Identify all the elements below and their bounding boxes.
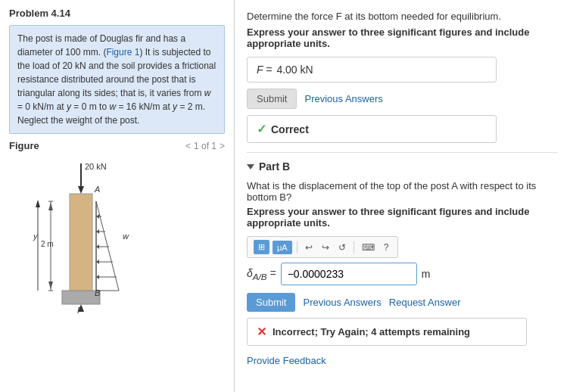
- part-a-answer-label: F =: [257, 64, 272, 76]
- part-b-header[interactable]: Part B: [247, 160, 558, 173]
- figure-page: 1 of 1: [194, 141, 216, 151]
- matrix-button[interactable]: ⊞: [254, 240, 269, 254]
- mu-button[interactable]: μA: [273, 241, 292, 254]
- correct-icon: ✓: [257, 122, 266, 136]
- figure-nav[interactable]: < 1 of 1 >: [185, 141, 225, 151]
- input-toolbar: ⊞ μA ↩ ↪ ↺ ⌨ ?: [247, 236, 398, 258]
- part-a-submit-row: Submit Previous Answers: [247, 89, 558, 109]
- figure-label: Figure: [9, 140, 39, 151]
- part-a-prev-answers-link[interactable]: Previous Answers: [304, 93, 382, 104]
- part-b-answer-input[interactable]: [281, 263, 417, 285]
- svg-text:w: w: [123, 232, 129, 241]
- divider: [247, 152, 558, 153]
- incorrect-badge: ✕ Incorrect; Try Again; 4 attempts remai…: [247, 318, 527, 346]
- refresh-icon[interactable]: ↺: [335, 241, 349, 254]
- toolbar-separator-2: [354, 241, 354, 254]
- part-b-submit-row: Submit Previous Answers Request Answer: [247, 293, 558, 312]
- correct-label: Correct: [271, 123, 309, 135]
- toolbar-separator: [297, 241, 297, 254]
- svg-marker-15: [78, 186, 84, 194]
- part-b-answer-row: δA/B = m: [247, 263, 558, 285]
- svg-marker-30: [48, 203, 53, 210]
- incorrect-label: Incorrect; Try Again; 4 attempts remaini…: [273, 326, 470, 338]
- figure-link[interactable]: Figure 1: [106, 47, 139, 58]
- part-a-question: Determine the force F at its bottom need…: [247, 11, 558, 22]
- problem-title: Problem 4.14: [0, 8, 234, 25]
- undo-icon[interactable]: ↩: [302, 241, 316, 254]
- correct-badge: ✓ Correct: [247, 115, 497, 143]
- part-b-label: Part B: [259, 160, 290, 173]
- svg-marker-13: [96, 275, 99, 279]
- svg-rect-0: [70, 194, 92, 292]
- svg-marker-31: [48, 282, 53, 289]
- svg-text:2 m: 2 m: [41, 240, 54, 248]
- part-a-question-bold: Express your answer to three significant…: [247, 26, 558, 49]
- help-icon[interactable]: ?: [381, 241, 392, 254]
- svg-marker-11: [96, 244, 99, 249]
- part-b-prev-answers-link[interactable]: Previous Answers: [303, 297, 381, 308]
- svg-marker-10: [96, 229, 99, 234]
- svg-marker-12: [96, 260, 99, 264]
- problem-description: The post is made of Douglas fir and has …: [9, 25, 225, 134]
- part-b-toggle-icon[interactable]: [247, 164, 254, 170]
- figure-next-icon[interactable]: >: [220, 141, 225, 151]
- part-b-submit-button[interactable]: Submit: [247, 293, 295, 312]
- svg-text:A: A: [94, 185, 100, 194]
- svg-text:20 kN: 20 kN: [85, 162, 107, 171]
- part-b-var-label: δA/B =: [247, 267, 276, 282]
- keyboard-icon[interactable]: ⌨: [359, 241, 378, 254]
- feedback-link[interactable]: Provide Feedback: [247, 355, 558, 366]
- part-a-submit-button[interactable]: Submit: [247, 89, 297, 109]
- part-a-answer-value: 4.00 kN: [276, 64, 313, 76]
- svg-marker-24: [36, 200, 40, 207]
- part-a-answer-box: F = 4.00 kN: [247, 57, 497, 82]
- figure-prev-icon[interactable]: <: [185, 141, 191, 151]
- svg-marker-9: [96, 214, 99, 219]
- incorrect-icon: ✕: [257, 325, 266, 339]
- part-b-question: What is the displacement of the top of t…: [247, 180, 558, 203]
- part-b-request-answer-link[interactable]: Request Answer: [389, 297, 461, 308]
- redo-icon[interactable]: ↪: [319, 241, 332, 254]
- figure-diagram: 20 kN A B F y w 2 m: [9, 156, 160, 315]
- svg-text:B: B: [95, 288, 100, 297]
- part-b-question-bold: Express your answer to three significant…: [247, 206, 558, 229]
- part-b-unit: m: [422, 268, 431, 280]
